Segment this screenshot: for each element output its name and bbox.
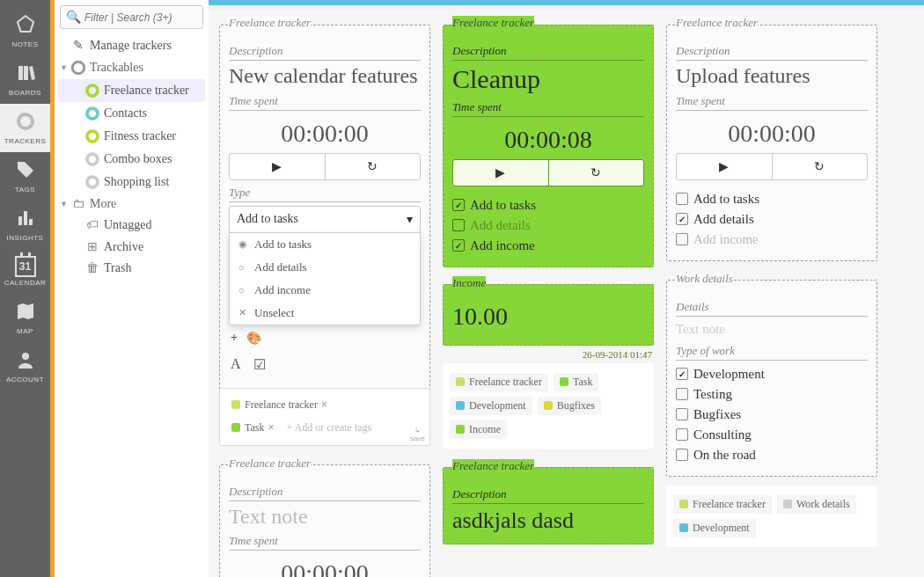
- dropdown-option[interactable]: ◉Add to tasks: [230, 233, 420, 256]
- checkbox-row[interactable]: ✓Add to tasks: [452, 195, 644, 215]
- ring-icon: [84, 128, 100, 144]
- refresh-button[interactable]: ↻: [772, 154, 868, 179]
- tree-item[interactable]: Freelance tracker: [58, 79, 205, 102]
- card-title[interactable]: Upload features: [676, 64, 868, 89]
- palette-icon[interactable]: 🎨: [246, 331, 261, 346]
- tag[interactable]: Freelance tracker: [673, 495, 772, 514]
- card-tracker-name: Work details: [676, 272, 733, 286]
- svg-point-1: [72, 62, 84, 74]
- card-title[interactable]: New calendar features: [229, 64, 421, 89]
- save-button[interactable]: ↳save: [410, 427, 425, 442]
- type-select[interactable]: Add to tasks ▾: [229, 206, 421, 233]
- details-placeholder[interactable]: Text note: [676, 320, 868, 339]
- svg-point-4: [87, 131, 98, 142]
- sidebar-item-insights[interactable]: INSIGHTS: [0, 201, 50, 249]
- income-card: Income 10.00: [443, 278, 654, 346]
- sidebar-item-account[interactable]: ACCOUNT: [0, 342, 50, 391]
- checkbox-row[interactable]: Add to tasks: [676, 189, 868, 209]
- sidebar-item-boards[interactable]: BOARDS: [0, 55, 50, 104]
- top-accent-bar: [209, 0, 924, 5]
- caret-down-icon: ▼: [60, 63, 70, 72]
- tree-item[interactable]: Contacts: [58, 102, 205, 125]
- map-icon: [15, 301, 36, 325]
- card-tracker-name: Freelance tracker: [229, 456, 311, 471]
- dropdown-option[interactable]: ✕Unselect: [230, 302, 420, 325]
- tag[interactable]: Freelance tracker×: [227, 397, 332, 413]
- checkbox-row[interactable]: ✓Add details: [676, 209, 868, 230]
- sidebar-item-tags[interactable]: TAGS: [0, 152, 50, 201]
- tree-item[interactable]: Fitness tracker: [58, 125, 205, 148]
- checkbox-row[interactable]: Bugfixes: [676, 405, 868, 425]
- add-icon[interactable]: +: [231, 331, 238, 346]
- tag[interactable]: Freelance tracker: [450, 373, 548, 391]
- svg-point-0: [22, 353, 29, 360]
- refresh-button[interactable]: ↻: [548, 160, 644, 186]
- play-button[interactable]: ▶: [453, 160, 548, 186]
- checkbox-row[interactable]: ✓Add income: [452, 236, 644, 256]
- checkbox-row[interactable]: ✓Development: [676, 364, 868, 384]
- tag[interactable]: Development: [450, 397, 532, 415]
- tag[interactable]: Income: [450, 420, 507, 439]
- play-button[interactable]: ▶: [230, 154, 325, 179]
- dropdown-option[interactable]: ○Add details: [230, 256, 420, 279]
- radio-unchecked-icon: ○: [238, 285, 254, 296]
- tree-manage-trackers[interactable]: ✎ Manage trackers: [58, 34, 205, 56]
- checkbox-icon: [452, 219, 465, 231]
- card-tracker-name: Freelance tracker: [452, 16, 534, 30]
- checkbox-row[interactable]: Consulting: [676, 425, 868, 445]
- checkbox-icon: [676, 428, 688, 441]
- card-title[interactable]: asdkjals dasd: [452, 508, 644, 534]
- pencil-icon: ✎: [70, 38, 86, 53]
- tree-item[interactable]: Shopping list: [58, 171, 205, 194]
- checkbox-row[interactable]: Add details: [452, 215, 644, 236]
- tree-item[interactable]: 🗑Trash: [58, 258, 205, 279]
- checkbox-row[interactable]: On the road: [676, 445, 868, 465]
- sidebar-item-calendar[interactable]: 31 CALENDAR: [0, 249, 50, 294]
- tag[interactable]: Task: [554, 373, 599, 391]
- sidebar-item-map[interactable]: MAP: [0, 294, 50, 342]
- ring-icon: [15, 111, 36, 135]
- card-title[interactable]: Cleanup: [452, 64, 644, 95]
- tag[interactable]: Bugfixes: [538, 397, 601, 415]
- card-title-placeholder[interactable]: Text note: [229, 505, 421, 530]
- chart-icon: [15, 208, 36, 232]
- calendar-icon: 31: [15, 256, 36, 277]
- label-type-of-work: Type of work: [676, 344, 868, 358]
- tree-group-more[interactable]: ▼ 🗀 More: [58, 194, 205, 215]
- tree-item[interactable]: ⊞Archive: [58, 236, 205, 258]
- tree-group-trackables[interactable]: ▼ Trackables: [58, 56, 205, 79]
- font-icon[interactable]: A: [231, 356, 241, 373]
- dropdown-option[interactable]: ○Add income: [230, 279, 420, 302]
- checkbox-icon: ✓: [676, 213, 688, 225]
- search-input[interactable]: [84, 11, 209, 24]
- tag[interactable]: Development: [673, 519, 756, 537]
- pentagon-icon: [15, 14, 36, 39]
- tag-remove-icon[interactable]: ×: [321, 398, 327, 411]
- tag[interactable]: Work details: [777, 495, 856, 514]
- tag-remove-icon[interactable]: ×: [268, 421, 275, 434]
- label-description: Description: [452, 44, 644, 58]
- play-button[interactable]: ▶: [677, 154, 772, 179]
- tree-panel: 🔍 ✎ Manage trackers ▼ Trackables Freelan…: [55, 0, 209, 577]
- check-icon[interactable]: ☑: [253, 356, 266, 373]
- tag[interactable]: Task×: [227, 419, 279, 437]
- add-tags-input[interactable]: + Add or create tags: [284, 419, 375, 437]
- checkbox-row[interactable]: Testing: [676, 384, 868, 405]
- card-tracker-name: Freelance tracker: [229, 16, 311, 30]
- sidebar-item-notes[interactable]: NOTES: [0, 7, 50, 55]
- tree-item[interactable]: Combo boxes: [58, 148, 205, 171]
- radio-unchecked-icon: ○: [238, 262, 254, 273]
- income-value[interactable]: 10.00: [452, 299, 644, 334]
- timer-display: 00:00:08: [452, 121, 644, 159]
- checkbox-row[interactable]: Add income: [676, 230, 868, 250]
- refresh-button[interactable]: ↻: [325, 154, 421, 179]
- timer-display: 00:00:00: [229, 114, 421, 153]
- user-icon: [15, 349, 36, 374]
- svg-point-5: [87, 154, 98, 164]
- tree-item[interactable]: 🏷Untagged: [58, 215, 205, 236]
- sidebar-item-trackers[interactable]: TRACKERS: [0, 104, 50, 152]
- close-icon: ✕: [238, 307, 254, 318]
- search-bar[interactable]: 🔍: [60, 5, 203, 29]
- card-tracker-name: Freelance tracker: [452, 459, 534, 473]
- ring-icon: [84, 151, 100, 167]
